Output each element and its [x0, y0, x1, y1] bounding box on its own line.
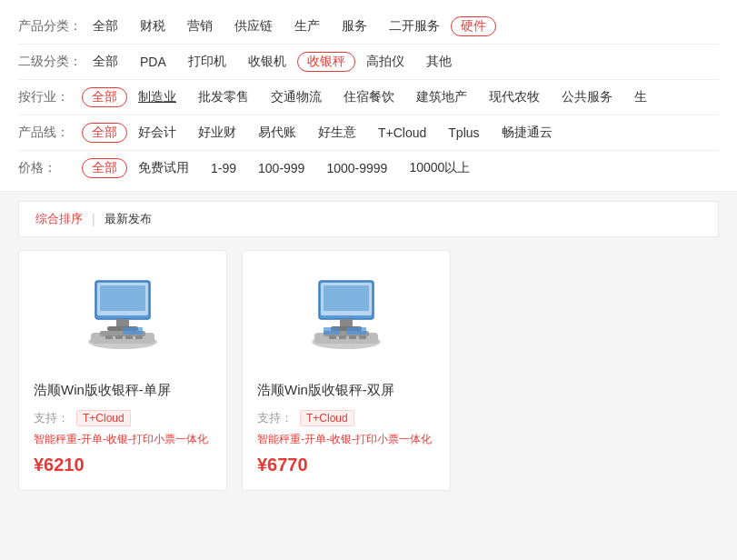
pl-item-yidaizhang[interactable]: 易代账 [247, 123, 307, 143]
price-item-100-999[interactable]: 100-999 [247, 159, 315, 177]
cat-item-gongyinglian[interactable]: 供应链 [224, 16, 284, 36]
sub-item-gaopaiyi[interactable]: 高拍仪 [355, 52, 415, 72]
product-desc-1: 智能秤重-开单-收银-打印小票一体化 [34, 432, 212, 447]
svg-rect-25 [346, 327, 366, 335]
product-support-tag-1: T+Cloud [76, 410, 131, 426]
ind-item-pifaslingshou[interactable]: 批发零售 [187, 87, 260, 107]
ind-item-xiandainongmu[interactable]: 现代农牧 [478, 87, 551, 107]
ind-item-zhizaoye[interactable]: 制造业 [127, 87, 187, 107]
product-card-2[interactable]: 浩顺Win版收银秤-双屏 支持： T+Cloud 智能秤重-开单-收银-打印小票… [242, 250, 451, 491]
product-line-label: 产品线： [18, 125, 82, 141]
svg-rect-10 [125, 335, 133, 339]
price-item-quanbu[interactable]: 全部 [82, 158, 127, 178]
industry-row: 按行业： 全部 制造业 批发零售 交通物流 住宿餐饮 建筑地产 现代农牧 公共服… [18, 80, 719, 115]
sort-item-comprehensive[interactable]: 综合排序 [32, 209, 86, 229]
sub-category-items: 全部 PDA 打印机 收银机 收银秤 高拍仪 其他 [82, 52, 463, 72]
product-price-2: ¥6770 [257, 455, 435, 475]
cat-item-erkaifuwu[interactable]: 二开服务 [378, 16, 451, 36]
product-price-1: ¥6210 [34, 455, 212, 475]
svg-rect-23 [349, 335, 356, 339]
price-row: 价格： 全部 免费试用 1-99 100-999 1000-9999 10000… [18, 151, 719, 185]
svg-rect-2 [100, 285, 145, 311]
pl-item-changjietongyun[interactable]: 畅捷通云 [491, 123, 563, 143]
product-image-2 [257, 269, 435, 369]
price-label: 价格： [18, 160, 82, 176]
product-line-items: 全部 好会计 好业财 易代账 好生意 T+Cloud Tplus 畅捷通云 [82, 123, 563, 143]
product-grid: 浩顺Win版收银秤-单屏 支持： T+Cloud 智能秤重-开单-收银-打印小票… [0, 237, 737, 504]
ind-item-quanbu[interactable]: 全部 [82, 87, 127, 107]
ind-item-sheng[interactable]: 生 [623, 87, 658, 107]
pl-item-tplus[interactable]: Tplus [437, 124, 490, 142]
cat-item-shengchan[interactable]: 生产 [284, 16, 331, 36]
svg-rect-9 [115, 335, 123, 339]
svg-rect-16 [340, 319, 353, 326]
industry-items: 全部 制造业 批发零售 交通物流 住宿餐饮 建筑地产 现代农牧 公共服务 生 [82, 87, 658, 107]
sub-category-row: 二级分类： 全部 PDA 打印机 收银机 收银秤 高拍仪 其他 [18, 45, 719, 80]
price-items: 全部 免费试用 1-99 100-999 1000-9999 10000以上 [82, 158, 481, 178]
product-category-label: 产品分类： [18, 18, 82, 35]
sub-item-quanbu[interactable]: 全部 [82, 52, 129, 72]
svg-rect-26 [324, 327, 340, 335]
price-item-free[interactable]: 免费试用 [127, 158, 200, 178]
ind-item-gonggongfuwu[interactable]: 公共服务 [551, 87, 623, 107]
sort-divider: | [92, 212, 95, 226]
svg-rect-15 [324, 285, 369, 311]
ind-item-jiaotongwuliu[interactable]: 交通物流 [260, 87, 333, 107]
product-card-1[interactable]: 浩顺Win版收银秤-单屏 支持： T+Cloud 智能秤重-开单-收银-打印小票… [18, 250, 227, 491]
product-image-1 [34, 269, 212, 369]
pl-item-tcloud[interactable]: T+Cloud [367, 124, 437, 142]
cat-item-fuwu[interactable]: 服务 [331, 16, 378, 36]
filter-section: 产品分类： 全部 财税 营销 供应链 生产 服务 二开服务 硬件 二级分类： 全… [0, 0, 737, 192]
product-category-items: 全部 财税 营销 供应链 生产 服务 二开服务 硬件 [82, 16, 496, 36]
product-support-2: 支持： T+Cloud [257, 410, 435, 426]
cat-item-caishui[interactable]: 财税 [129, 16, 176, 36]
svg-rect-11 [135, 335, 143, 339]
product-support-label-1: 支持： [34, 410, 69, 426]
svg-rect-3 [116, 319, 129, 326]
svg-rect-8 [105, 335, 113, 339]
ind-item-jianzhudichang[interactable]: 建筑地产 [405, 87, 478, 107]
product-support-tag-2: T+Cloud [300, 410, 354, 426]
svg-rect-24 [359, 335, 366, 339]
sub-item-shouyincheng[interactable]: 收银秤 [297, 52, 355, 72]
ind-item-zhusucanyinG[interactable]: 住宿餐饮 [333, 87, 405, 107]
price-item-1-99[interactable]: 1-99 [200, 159, 247, 177]
pl-item-haoyecai[interactable]: 好业财 [187, 123, 247, 143]
cat-item-quanbu[interactable]: 全部 [82, 16, 129, 36]
product-support-1: 支持： T+Cloud [34, 410, 212, 426]
cat-item-yingjian[interactable]: 硬件 [451, 16, 496, 36]
sub-item-shouyngnji[interactable]: 收银机 [237, 52, 297, 72]
product-category-row: 产品分类： 全部 财税 营销 供应链 生产 服务 二开服务 硬件 [18, 9, 719, 45]
price-item-10000plus[interactable]: 10000以上 [398, 158, 481, 178]
product-desc-2: 智能秤重-开单-收银-打印小票一体化 [257, 432, 435, 447]
product-line-row: 产品线： 全部 好会计 好业财 易代账 好生意 T+Cloud Tplus 畅捷… [18, 115, 719, 151]
product-name-1: 浩顺Win版收银秤-单屏 [34, 382, 212, 399]
sub-category-label: 二级分类： [18, 54, 82, 70]
sub-item-qita[interactable]: 其他 [415, 52, 463, 72]
product-name-2: 浩顺Win版收银秤-双屏 [257, 382, 435, 399]
industry-label: 按行业： [18, 89, 82, 105]
sort-item-latest[interactable]: 最新发布 [101, 209, 155, 229]
sort-bar: 综合排序 | 最新发布 [18, 201, 719, 237]
sub-item-pda[interactable]: PDA [129, 53, 177, 71]
pl-item-quanbu[interactable]: 全部 [82, 123, 127, 143]
product-image-svg-2 [296, 276, 396, 363]
product-support-label-2: 支持： [257, 410, 293, 426]
product-image-svg-1 [73, 276, 173, 363]
pl-item-haokuaiji[interactable]: 好会计 [127, 123, 187, 143]
svg-rect-21 [329, 335, 336, 339]
cat-item-yingxiao[interactable]: 营销 [176, 16, 224, 36]
pl-item-haoshengyi[interactable]: 好生意 [307, 123, 367, 143]
svg-rect-12 [123, 327, 143, 335]
price-item-1000-9999[interactable]: 1000-9999 [315, 159, 398, 177]
sub-item-dayinji[interactable]: 打印机 [177, 52, 237, 72]
svg-rect-22 [339, 335, 346, 339]
